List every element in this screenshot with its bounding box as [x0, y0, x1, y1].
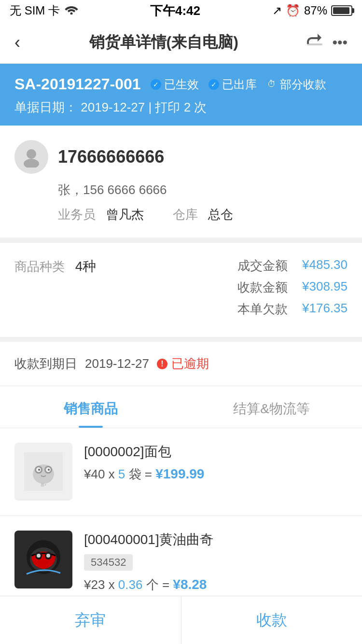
status-effective-text: 已生效 — [164, 77, 199, 92]
owed-value: ¥176.35 — [302, 301, 348, 318]
product-info-1: [0000002]面包 ¥40 x 5 袋 = ¥199.99 — [84, 443, 348, 483]
owed-label: 本单欠款 — [237, 301, 288, 318]
svg-point-19 — [46, 554, 50, 558]
list-item: [000400001]黄油曲奇 534532 ¥23 x 0.36 个 = ¥8… — [0, 516, 362, 608]
collect-payment-button[interactable]: 收款 — [181, 596, 362, 644]
type-label: 商品种类 — [14, 259, 65, 274]
product-list: 器+ [0000002]面包 ¥40 x 5 袋 = ¥199.99 — [0, 428, 362, 608]
status-shipped-text: 已出库 — [222, 77, 257, 92]
clock-icon: ⏱ — [266, 79, 277, 90]
warehouse-label-text: 仓库 — [173, 207, 198, 222]
customer-phone: 17666666666 — [58, 147, 164, 167]
due-date: 2019-12-27 — [85, 356, 149, 371]
due-label: 收款到期日 — [14, 355, 77, 372]
unit-1: 袋 — [129, 467, 141, 481]
product-info-2: [000400001]黄油曲奇 534532 ¥23 x 0.36 个 = ¥8… — [84, 531, 348, 593]
check-effective-icon: ✓ — [151, 79, 161, 90]
wifi-icon — [65, 4, 78, 17]
total-1: ¥199.99 — [155, 466, 204, 481]
overdue-text: 已逾期 — [171, 355, 209, 372]
status-partial-text: 部分收款 — [280, 77, 326, 92]
check-shipped-icon: ✓ — [209, 79, 219, 90]
back-button[interactable]: ‹ — [14, 32, 20, 53]
tab-settlement-label: 结算&物流等 — [233, 401, 310, 416]
sales-label-text: 业务员 — [58, 207, 96, 222]
tab-products-label: 销售商品 — [64, 401, 118, 416]
product-code-2: [000400001]黄油曲奇 — [84, 531, 348, 549]
avatar — [14, 140, 48, 174]
svg-point-0 — [70, 13, 73, 15]
order-date: 2019-12-27 — [81, 100, 145, 114]
date-label: 单据日期： — [14, 100, 77, 114]
location-icon: ↗ — [272, 4, 282, 17]
customer-name: 张，156 6666 6666 — [14, 182, 348, 198]
share-icon[interactable] — [307, 33, 322, 52]
product-price-1: ¥40 x 5 袋 = ¥199.99 — [84, 466, 348, 483]
price-base-2: ¥23 — [84, 577, 105, 592]
status-time: 下午4:42 — [150, 2, 200, 19]
bottom-bar: 弃审 收款 — [0, 596, 362, 644]
customer-section: 17666666666 张，156 6666 6666 业务员 曾凡杰 仓库 总… — [0, 126, 362, 238]
overdue-badge: ! 已逾期 — [157, 355, 209, 372]
svg-text:器+: 器+ — [41, 483, 47, 487]
status-left: 无 SIM 卡 — [10, 3, 78, 18]
stats-section: 商品种类 4种 成交金额 ¥485.30 收款金额 ¥308.95 本单欠款 ¥… — [0, 242, 362, 337]
warehouse-label: 仓库 总仓 — [173, 206, 234, 223]
abandon-review-button[interactable]: 弃审 — [0, 596, 181, 644]
due-section: 收款到期日 2019-12-27 ! 已逾期 — [0, 337, 362, 386]
total-2: ¥8.28 — [173, 577, 207, 592]
nav-bar: ‹ 销货单详情(来自电脑) ••• — [0, 21, 362, 64]
nav-actions: ••• — [307, 33, 348, 52]
status-right: ↗ ⏰ 87% — [272, 4, 352, 17]
alarm-icon: ⏰ — [286, 4, 300, 17]
amount-row: 成交金额 ¥485.30 — [237, 257, 348, 274]
svg-point-3 — [24, 159, 39, 168]
svg-point-18 — [37, 554, 41, 558]
qty-1: 5 — [118, 467, 125, 481]
carrier-text: 无 SIM 卡 — [10, 3, 60, 18]
amount-value: ¥485.30 — [302, 257, 348, 274]
received-label: 收款金额 — [237, 279, 288, 296]
price-sep-1: x — [109, 467, 118, 481]
price-sep-2: x — [109, 577, 118, 592]
page-title: 销货单详情(来自电脑) — [89, 32, 238, 53]
stats-left: 商品种类 4种 — [14, 257, 96, 276]
status-bar: 无 SIM 卡 下午4:42 ↗ ⏰ 87% — [0, 0, 362, 21]
status-badge-partial: ⏱ 部分收款 — [266, 77, 326, 92]
qty-2: 0.36 — [118, 577, 143, 592]
order-id: SA-20191227-001 — [14, 75, 141, 93]
more-icon[interactable]: ••• — [332, 34, 348, 51]
battery-icon — [331, 5, 352, 16]
equals-1: = — [145, 467, 155, 481]
list-item: 器+ [0000002]面包 ¥40 x 5 袋 = ¥199.99 — [0, 428, 362, 515]
order-row: SA-20191227-001 ✓ 已生效 ✓ 已出库 ⏱ 部分收款 — [14, 75, 348, 93]
product-code-1: [0000002]面包 — [84, 443, 348, 461]
unit-2: 个 — [146, 577, 159, 592]
svg-rect-1 — [307, 43, 322, 45]
stats-right: 成交金额 ¥485.30 收款金额 ¥308.95 本单欠款 ¥176.35 — [237, 257, 348, 322]
svg-point-2 — [27, 149, 36, 159]
product-tag-2: 534532 — [84, 554, 133, 571]
sales-value: 曾凡杰 — [106, 207, 144, 222]
battery-text: 87% — [304, 4, 327, 17]
header-bar: SA-20191227-001 ✓ 已生效 ✓ 已出库 ⏱ 部分收款 单据日期：… — [0, 64, 362, 126]
customer-row: 17666666666 — [14, 140, 348, 174]
product-thumb-1: 器+ — [14, 443, 72, 501]
product-price-2: ¥23 x 0.36 个 = ¥8.28 — [84, 576, 348, 593]
abandon-review-label: 弃审 — [75, 610, 106, 631]
customer-meta: 业务员 曾凡杰 仓库 总仓 — [14, 206, 348, 223]
header-date-row: 单据日期： 2019-12-27 | 打印 2 次 — [14, 99, 348, 116]
equals-2: = — [162, 577, 173, 592]
tab-products[interactable]: 销售商品 — [0, 386, 181, 428]
divider-1 — [0, 238, 362, 242]
received-row: 收款金额 ¥308.95 — [237, 279, 348, 296]
svg-point-11 — [48, 469, 50, 471]
svg-point-10 — [38, 469, 40, 471]
status-badge-shipped: ✓ 已出库 — [209, 77, 257, 92]
date-separator: | — [148, 100, 155, 114]
product-type-row: 商品种类 4种 — [14, 257, 96, 276]
type-value: 4种 — [75, 259, 97, 274]
tab-settlement[interactable]: 结算&物流等 — [181, 386, 362, 428]
owed-row: 本单欠款 ¥176.35 — [237, 301, 348, 318]
amount-label: 成交金额 — [237, 257, 288, 274]
